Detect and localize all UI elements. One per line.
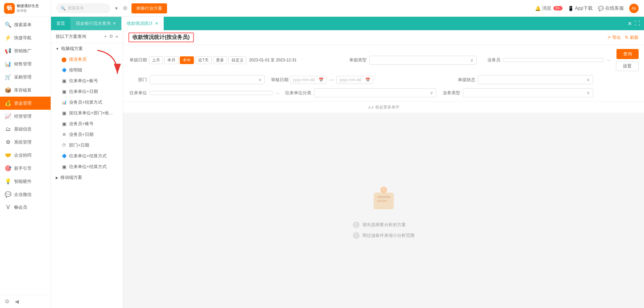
tree-node-label: 按往来单位+部门+收... [69, 110, 113, 116]
sidebar-item-member[interactable]: V 畅会员 [0, 201, 51, 214]
date-btn-custom[interactable]: 自定义 [228, 56, 247, 64]
panel-header-actions: + ⚙ « [104, 34, 118, 40]
tree-group-mobile[interactable]: ▶ 移动端方案 [51, 172, 123, 183]
collapse-up-icon: ∧∧ [368, 105, 374, 110]
sidebar-item-operation[interactable]: 📈 经营管理 [0, 110, 51, 123]
sidebar-item-sales[interactable]: 📊 销售管理 [0, 57, 51, 70]
doc-type-dropdown[interactable]: ∨ [369, 56, 477, 65]
tab-home[interactable]: 首页 [51, 17, 70, 30]
tree-node-by-detail[interactable]: 🔷 按明细 [54, 65, 123, 75]
tab-home-label: 首页 [56, 20, 65, 27]
online-service-area[interactable]: 💬 在线客服 [598, 5, 624, 11]
date-btn-more[interactable]: 更多 [213, 56, 227, 64]
sidebar-item-finance[interactable]: 💰 资金管理 [0, 97, 51, 110]
tree-node-unit-account[interactable]: ▣ 往来单位+账号 [54, 75, 123, 86]
search-placeholder: 搜索菜单 [68, 5, 84, 11]
counterpart-input[interactable] [150, 91, 273, 95]
refresh-button[interactable]: ↻ 刷新 [625, 35, 639, 41]
salesperson-more-icon[interactable]: ··· [606, 57, 610, 63]
tree-node-salesperson-date[interactable]: ⚙ 业务员+日期 [54, 129, 123, 140]
app-download-area[interactable]: 📱 App下载 [568, 5, 593, 11]
sidebar-item-label: 基础信息 [14, 126, 32, 132]
date-btn-this-month[interactable]: 本月 [164, 56, 178, 64]
counterpart-cat-dropdown[interactable]: ∨ [314, 88, 436, 97]
window-close-icon[interactable]: ✕ [628, 20, 632, 27]
topbar-dropdown-icon[interactable]: ▼ [114, 6, 119, 11]
service-label: 在线客服 [605, 5, 624, 11]
tab-collection-stat[interactable]: 收款情况统计 ✕ [121, 17, 164, 30]
sidebar-item-wechat[interactable]: 💬 企业微信 [0, 188, 51, 201]
doc-status-dropdown[interactable]: ∨ [478, 75, 593, 84]
user-avatar-area[interactable]: Rit [629, 4, 639, 13]
dept-date-icon: ⏱ [61, 143, 67, 148]
date-btn-7days[interactable]: 近7天 [195, 56, 212, 64]
topbar-gear-icon[interactable]: ⚙ [123, 5, 127, 11]
sidebar-item-basic[interactable]: 🗂 基础信息 [0, 123, 51, 136]
tree-node-salesperson-settle[interactable]: 📊 业务员+结算方式 [54, 97, 123, 108]
tree-node-unit-date[interactable]: ▣ 往来单位+日期 [54, 86, 123, 97]
setting-button[interactable]: 设置 [616, 61, 639, 71]
tab-bank-flow-close[interactable]: ✕ [113, 21, 116, 26]
salesperson-field: 业务员 ··· [482, 57, 610, 63]
settings-icon[interactable]: ⚙ [5, 298, 9, 305]
add-scheme-button[interactable]: + [104, 34, 107, 40]
collapse-sidebar-icon[interactable]: ◀ [15, 298, 19, 305]
date-btn-last-month[interactable]: 上月 [149, 56, 163, 64]
sidebar-item-hardware[interactable]: 💡 智能硬件 [0, 175, 51, 188]
salesperson-input[interactable] [503, 58, 604, 62]
sidebar-bottom: ⚙ ◀ [0, 295, 51, 308]
counterpart-more-icon[interactable]: ··· [276, 90, 280, 96]
unit-settle2-icon: ▣ [61, 164, 67, 169]
sidebar-item-quick-nav[interactable]: ⚡ 快捷导航 [0, 31, 51, 44]
tree-node-salesperson-account[interactable]: ▣ 业务员+账号 [54, 118, 123, 129]
tree-group-label-mobile: 移动端方案 [60, 174, 82, 181]
unit-settle1-icon: 🔷 [61, 154, 67, 158]
quick-nav-icon: ⚡ [5, 35, 11, 41]
tree-node-unit-settle1[interactable]: 🔷 往来单位+结算方式 [54, 151, 123, 161]
calendar-icon-from: 📅 [319, 78, 324, 82]
query-button[interactable]: 查询 [616, 49, 639, 59]
logo-tag: 标准版 [17, 8, 39, 13]
biz-type-dropdown[interactable]: ∨ [463, 88, 593, 97]
window-maximize-icon[interactable]: ⛶ [635, 20, 640, 27]
collapse-bar[interactable]: ∧∧ 收起更多条件 [123, 102, 644, 113]
tree-node-unit-dept-collect[interactable]: ▣ 按往来单位+部门+收... [54, 108, 123, 118]
sidebar-item-purchase[interactable]: 🛒 采购管理 [0, 70, 51, 84]
tree-node-unit-settle2[interactable]: ▣ 往来单位+结算方式 [54, 161, 123, 172]
tree-node-dept-date[interactable]: ⏱ 部门+日期 [54, 140, 123, 151]
review-date-from[interactable]: yyyy-mm-dd 📅 [290, 76, 327, 84]
tab-collection-stat-close[interactable]: ✕ [155, 21, 158, 26]
main-area: 🔍 搜索菜单 ▼ ⚙ 体验行业方案 🔔 消息 99+ 📱 App下载 💬 在线客… [51, 0, 644, 308]
salesperson-node-icon: ⬤ [61, 57, 67, 62]
counterpart-label: 往来单位 [128, 90, 147, 96]
tree-node-by-salesperson[interactable]: ⬤ 按业务员 [54, 54, 123, 65]
tab-bank-flow[interactable]: 现金银行流水查询 ✕ [70, 17, 121, 30]
tree-group-label: 电脑端方案 [61, 46, 83, 52]
biz-type-arrow: ∨ [587, 90, 590, 95]
dept-dropdown[interactable]: ∨ [150, 75, 265, 84]
tree-node-label: 业务员+结算方式 [69, 99, 102, 105]
sidebar-item-label: 资金管理 [14, 100, 32, 106]
sidebar-item-search-menu[interactable]: 🔍 搜索菜单 [0, 18, 51, 31]
inventory-icon: 📦 [5, 87, 11, 93]
panel-header: 按以下方案查询 + ⚙ « [51, 30, 123, 43]
sidebar-item-corp[interactable]: 🤝 企业协同 [0, 149, 51, 162]
search-bar[interactable]: 🔍 搜索菜单 [56, 4, 110, 13]
review-date-to[interactable]: yyyy-mm-dd 📅 [336, 76, 373, 84]
date-btn-this-year[interactable]: 本年 [180, 56, 194, 64]
salesperson-account-icon: ▣ [61, 121, 67, 126]
sidebar-item-inventory[interactable]: 📦 库存核算 [0, 84, 51, 97]
collapse-panel-icon[interactable]: « [115, 34, 118, 40]
notification-icon: 🔔 [535, 6, 541, 11]
basic-icon: 🗂 [5, 126, 11, 132]
notification-area[interactable]: 🔔 消息 99+ [535, 5, 562, 11]
gear-scheme-icon[interactable]: ⚙ [109, 34, 113, 40]
trial-button[interactable]: 体验行业方案 [131, 3, 167, 13]
sidebar-item-system[interactable]: ⚙ 系统管理 [0, 136, 51, 149]
sidebar-item-marketing[interactable]: 📢 营销推广 [0, 44, 51, 57]
sidebar-item-guide[interactable]: 🎯 新手引导 [0, 162, 51, 175]
app-download-label: App下载 [575, 5, 593, 11]
tree-group-desktop[interactable]: ▼ 电脑端方案 [51, 43, 123, 54]
export-button[interactable]: ↗ 导出 [607, 35, 621, 41]
svg-rect-2 [377, 200, 387, 202]
